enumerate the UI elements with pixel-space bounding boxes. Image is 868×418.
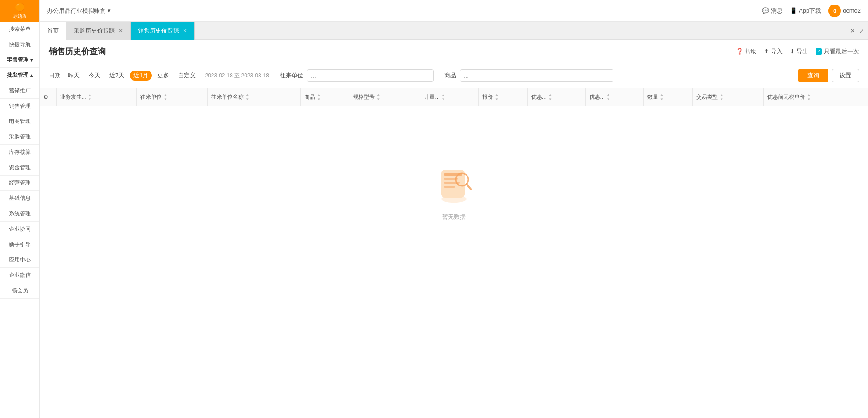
logo-icon: 🟠 [15, 2, 25, 12]
sidebar-item-basic-info[interactable]: 基础信息 [0, 191, 39, 206]
top-header: 办公用品行业模拟账套 ▾ 💬 消息 📱 App下载 d demo2 [40, 0, 868, 22]
app-download-label: App下载 [799, 7, 821, 15]
date-option-custom[interactable]: 自定义 [175, 71, 199, 81]
sort-icon[interactable]: ▲▼ [441, 93, 445, 101]
help-label: 帮助 [745, 48, 757, 56]
tab-home[interactable]: 首页 [40, 22, 66, 40]
date-option-more[interactable]: 更多 [154, 71, 173, 81]
col-unit: 计量... ▲▼ [420, 88, 479, 106]
message-label: 消息 [771, 7, 783, 15]
product-label: 商品 [444, 71, 456, 80]
app-download-button[interactable]: 📱 App下载 [790, 7, 821, 15]
app-logo[interactable]: 🟠 标题版 [0, 0, 39, 22]
date-option-today[interactable]: 今天 [85, 71, 104, 81]
account-selector[interactable]: 办公用品行业模拟账套 ▾ [47, 7, 111, 15]
sidebar-menu: 搜索菜单 快捷导航 零售管理 ▾ 批发管理 ▴ 营销推广 销售管理 电商管理 采… [0, 22, 39, 418]
message-icon: 💬 [762, 7, 769, 14]
sidebar-item-sales-mgmt[interactable]: 销售管理 [0, 99, 39, 114]
avatar: d [828, 5, 841, 17]
query-button[interactable]: 查询 [798, 69, 828, 82]
table-area: ⚙ 业务发生... ▲▼ 往来单位 ▲▼ [40, 88, 868, 418]
tab-sales[interactable]: 销售历史价跟踪 ✕ [131, 22, 195, 40]
maximize-button[interactable]: ⤢ [859, 27, 864, 34]
sort-icon[interactable]: ▲▼ [377, 93, 380, 101]
date-label: 日期 [49, 71, 61, 80]
sidebar-item-wechat[interactable]: 企业微信 [0, 268, 39, 283]
tabs-right-actions: ✕ ⤢ [850, 27, 868, 34]
sidebar: 🟠 标题版 搜索菜单 快捷导航 零售管理 ▾ 批发管理 ▴ 营销推广 销售管理 … [0, 0, 40, 418]
col-customer-code: 往来单位 ▲▼ [137, 88, 208, 106]
main-area: 办公用品行业模拟账套 ▾ 💬 消息 📱 App下载 d demo2 首页 采购历… [40, 0, 868, 418]
sort-icon[interactable]: ▲▼ [660, 93, 664, 101]
settings-button[interactable]: 设置 [832, 69, 859, 82]
col-quote: 报价 ▲▼ [478, 88, 527, 106]
date-option-yesterday[interactable]: 昨天 [64, 71, 83, 81]
sidebar-item-finance[interactable]: 资金管理 [0, 160, 39, 176]
sort-icon[interactable]: ▲▼ [245, 93, 249, 101]
last-only-checkbox-wrapper[interactable]: ✓ 只看最后一次 [816, 48, 859, 56]
sidebar-item-collab[interactable]: 企业协同 [0, 222, 39, 237]
sidebar-item-search[interactable]: 搜索菜单 [0, 22, 39, 37]
title-actions: ❓ 帮助 ⬆ 导入 ⬇ 导出 ✓ 只看最后一次 [736, 48, 859, 56]
date-option-1month[interactable]: 近1月 [130, 71, 152, 81]
export-button[interactable]: ⬇ 导出 [790, 48, 808, 56]
tab-purchase[interactable]: 采购历史价跟踪 ✕ [66, 22, 131, 40]
phone-icon: 📱 [790, 7, 797, 14]
import-icon: ⬆ [764, 48, 769, 55]
sort-icon[interactable]: ▲▼ [720, 93, 723, 101]
customer-input[interactable]: ... [307, 69, 434, 82]
tab-home-label: 首页 [47, 27, 59, 35]
message-button[interactable]: 💬 消息 [762, 7, 783, 15]
sidebar-item-purchase-mgmt[interactable]: 采购管理 [0, 129, 39, 145]
date-option-7days[interactable]: 近7天 [106, 71, 128, 81]
tab-purchase-close[interactable]: ✕ [118, 28, 123, 34]
sort-icon[interactable]: ▲▼ [495, 93, 499, 101]
dropdown-icon: ▾ [108, 7, 111, 14]
page-title-bar: 销售历史价查询 ❓ 帮助 ⬆ 导入 ⬇ 导出 ✓ 只看最后一次 [40, 40, 868, 63]
sort-icon[interactable]: ▲▼ [317, 93, 321, 101]
col-settings[interactable]: ⚙ [40, 88, 56, 106]
sort-icon[interactable]: ▲▼ [548, 93, 552, 101]
chevron-up-icon: ▴ [30, 73, 33, 78]
sidebar-item-operations[interactable]: 经营管理 [0, 176, 39, 191]
sidebar-item-quick-nav[interactable]: 快捷导航 [0, 37, 39, 52]
svg-rect-5 [444, 186, 455, 188]
logo-text: 标题版 [13, 13, 27, 19]
sidebar-item-inventory[interactable]: 库存核算 [0, 145, 39, 160]
export-label: 导出 [797, 48, 808, 56]
col-pretax-price: 优惠前无税单价 ▲▼ [764, 88, 868, 106]
help-button[interactable]: ❓ 帮助 [736, 48, 757, 56]
help-icon: ❓ [736, 48, 743, 55]
sort-icon[interactable]: ▲▼ [164, 93, 167, 101]
sort-icon[interactable]: ▲▼ [807, 93, 811, 101]
col-quantity: 数量 ▲▼ [644, 88, 693, 106]
filter-area: 日期 昨天 今天 近7天 近1月 更多 自定义 2023-02-18 至 202… [40, 63, 868, 88]
account-name: 办公用品行业模拟账套 [47, 7, 106, 15]
product-input[interactable]: ... [460, 69, 613, 82]
close-tab-button[interactable]: ✕ [850, 27, 855, 34]
sidebar-item-vip[interactable]: 畅会员 [0, 283, 39, 299]
sidebar-item-guide[interactable]: 新手引导 [0, 237, 39, 252]
sort-icon[interactable]: ▲▼ [88, 93, 92, 101]
sidebar-item-system[interactable]: 系统管理 [0, 206, 39, 222]
sidebar-item-wholesale[interactable]: 批发管理 ▴ [0, 68, 39, 83]
empty-illustration [431, 161, 476, 206]
sidebar-item-app-center[interactable]: 应用中心 [0, 252, 39, 268]
filter-row-1: 日期 昨天 今天 近7天 近1月 更多 自定义 2023-02-18 至 202… [49, 69, 859, 82]
username: demo2 [843, 7, 861, 14]
empty-state: 暂无数据 [40, 106, 868, 276]
sidebar-item-ecommerce[interactable]: 电商管理 [0, 114, 39, 129]
sidebar-item-retail[interactable]: 零售管理 ▾ [0, 52, 39, 68]
header-right: 💬 消息 📱 App下载 d demo2 [762, 5, 861, 17]
chevron-down-icon: ▾ [30, 57, 33, 62]
empty-text: 暂无数据 [442, 213, 466, 221]
date-range-display: 2023-02-18 至 2023-03-18 [205, 72, 269, 80]
last-only-checkbox[interactable]: ✓ [816, 48, 822, 55]
col-customer-name: 往来单位名称 ▲▼ [208, 88, 301, 106]
user-profile[interactable]: d demo2 [828, 5, 861, 17]
last-only-label: 只看最后一次 [824, 48, 859, 56]
sidebar-item-marketing[interactable]: 营销推广 [0, 83, 39, 99]
tab-sales-close[interactable]: ✕ [183, 28, 187, 34]
sort-icon[interactable]: ▲▼ [607, 93, 610, 101]
import-button[interactable]: ⬆ 导入 [764, 48, 783, 56]
